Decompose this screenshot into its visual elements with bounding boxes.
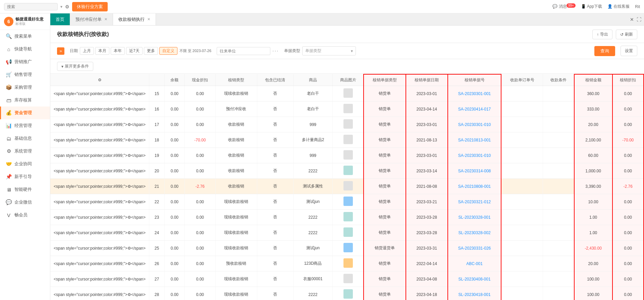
bill-no-link[interactable]: SA-20230321-012 (458, 200, 491, 204)
export-button[interactable]: ↑ 导出 (592, 30, 612, 39)
bill-no-link[interactable]: SL-20230418-001 (459, 292, 491, 297)
bill-no-link[interactable]: ABC-001 (466, 261, 483, 266)
cell-cancel_bill_no[interactable]: SA-20230331-026 (448, 241, 501, 256)
cell-cancel_bill_no[interactable]: SA-20230321-012 (448, 194, 501, 210)
bill-no-link[interactable]: SA-20210808-001 (458, 184, 491, 189)
bill-no-link[interactable]: SA-20230314-008 (458, 169, 491, 173)
refresh-button[interactable]: ↺ 刷新 (616, 30, 637, 39)
user-name[interactable]: Rit (635, 4, 640, 9)
date-range-text: 不限 至 2023-07-26 (179, 48, 211, 53)
more-date-btn[interactable]: 更多 (144, 47, 158, 55)
custom-date-btn[interactable]: 自定义 (159, 47, 177, 55)
partner-filter-group: ··· (217, 47, 279, 55)
sidebar-item-corp[interactable]: 🤝企业协同 (0, 158, 50, 170)
cell-cancel_bill_type: 销货单 (364, 256, 406, 271)
last-7days-btn[interactable]: 近7天 (126, 47, 143, 55)
cell-receipt_order (501, 101, 543, 117)
cell-cancel_bill_no[interactable]: SA-20230301-001 (448, 86, 501, 101)
sidebar-item-system[interactable]: ⚙系统管理 (0, 145, 50, 158)
expand-more-button[interactable]: ▾ 展开更多条件 (57, 62, 93, 71)
sidebar-item-guide[interactable]: 📌新手引导 (0, 170, 50, 183)
bill-no-link[interactable]: SA-20230301-001 (458, 91, 491, 96)
table-body: <span style="cursor:pointer;color:#999;"… (50, 86, 644, 300)
this-month-btn[interactable]: 本月 (95, 47, 109, 55)
sidebar-logo: 6 畅捷通通好生意 标准版 (0, 13, 50, 30)
cell-cancel_bill_no[interactable]: SL-20230418-001 (448, 287, 501, 300)
cell-cancel_bill_no[interactable]: SA-20230301-010 (448, 148, 501, 163)
cell-cancel_bill_no[interactable]: SA-20210808-001 (448, 179, 501, 194)
sidebar-item-quick[interactable]: ⌂快捷导航 (0, 43, 50, 55)
cell-cancel_amount: 60.00 (574, 148, 612, 163)
cell-included: 否 (257, 271, 293, 287)
cell-receipt_order (501, 210, 543, 225)
partner-input[interactable] (217, 47, 270, 55)
cell-cancel_bill_no[interactable]: SA-20230414-017 (448, 101, 501, 117)
cell-goods_img (332, 271, 364, 287)
cell-cancel_bill_no[interactable]: ABC-001 (448, 256, 501, 271)
table-settings-button[interactable]: 设置 (621, 46, 637, 56)
last-month-btn[interactable]: 上月 (80, 47, 94, 55)
maximize-icon[interactable]: ⛶ (637, 17, 641, 22)
cell-cancel_bill_no[interactable]: SL-20230408-001 (448, 271, 501, 287)
cell-cash_discount: -2.76 (184, 179, 215, 194)
sidebar-item-wechat[interactable]: 💬企业微信 (0, 196, 50, 209)
bill-no-link[interactable]: SA-20230331-026 (458, 246, 491, 251)
cell-cancel_bill_type: 销货单 (364, 163, 406, 179)
query-button[interactable]: 查询 (594, 46, 615, 56)
message-badge: 99+ (567, 3, 576, 8)
sidebar-item-purchase[interactable]: 📦采购管理 (0, 81, 50, 94)
cell-cancel_bill_date: 2022-04-14 (406, 256, 448, 271)
search-input[interactable] (4, 3, 58, 10)
cell-cancel_bill_no[interactable]: SA-20210813-001 (448, 132, 501, 148)
sidebar-item-finance[interactable]: 💰资金管理 (0, 106, 50, 119)
sidebar-item-basic[interactable]: 🗂基础信息 (0, 132, 50, 145)
bill-no-link[interactable]: SL-20230328-001 (459, 215, 491, 220)
industry-solution-button[interactable]: 休验行业方案 (72, 2, 108, 11)
sidebar-item-operation[interactable]: 📊经营管理 (0, 119, 50, 132)
close-tab-receipt-icon[interactable]: ✕ (147, 17, 150, 22)
settings-icon[interactable]: ⚙ (65, 4, 69, 9)
sidebar-item-hardware[interactable]: 🖥智能硬件 (0, 183, 50, 196)
cell-cancel_discount: 0.00 (612, 241, 644, 256)
app-download-link[interactable]: 📱 App下载 (581, 4, 602, 9)
bill-no-link[interactable]: SA-20230414-017 (458, 107, 491, 112)
cell-cancel_bill_type: 销货退货单 (364, 241, 406, 256)
bill-no-link[interactable]: SL-20230408-001 (459, 277, 491, 282)
cell-cancel_bill_no[interactable]: SL-20230328-001 (448, 210, 501, 225)
cell-goods: 123D商品 (293, 256, 332, 271)
this-year-btn[interactable]: 本年 (111, 47, 125, 55)
bill-no-link[interactable]: SA-20230301-010 (458, 153, 491, 158)
filter-toggle-button[interactable]: » (57, 47, 64, 55)
sidebar-item-sales[interactable]: 🛒销售管理 (0, 68, 50, 81)
bill-type-select[interactable]: 单据类型 ▾ (302, 46, 356, 55)
close-tab-prepay-icon[interactable]: ✕ (104, 17, 107, 22)
cell-receipt_condition (543, 117, 574, 132)
top-bar-left: ▾ ⚙ 休验行业方案 (4, 2, 550, 11)
online-service-link[interactable]: 👤 在线客服 (607, 4, 630, 9)
sales-icon: 🛒 (6, 72, 12, 78)
system-icon: ⚙ (6, 148, 12, 154)
table-row: <span style="cursor:pointer;color:#999;"… (50, 210, 644, 225)
messages-area[interactable]: 💬 消息 99+ (552, 4, 576, 9)
cell-cancel_bill_date: 2023-03-01 (406, 86, 448, 101)
cell-cancel_bill_no[interactable]: SA-20230314-008 (448, 163, 501, 179)
tab-receipt[interactable]: 收款核销执行✕ (113, 13, 156, 25)
sidebar-item-member[interactable]: V畅会员 (0, 209, 50, 221)
table-row: <span style="cursor:pointer;color:#999;"… (50, 101, 644, 117)
cell-cash_discount: -70.00 (184, 132, 215, 148)
cell-cancel_bill_no[interactable]: SL-20230328-002 (448, 225, 501, 241)
cell-balance: 0.00 (164, 86, 184, 101)
tab-prepay[interactable]: 预付冲应付单✕ (70, 13, 113, 25)
bill-no-link[interactable]: SA-20210813-001 (458, 138, 491, 142)
table-area[interactable]: ⚙余额现金折扣核销类型包含已结清商品商品图片核销单据类型核销单据日期核销单据号收… (50, 74, 644, 300)
sidebar-item-inventory[interactable]: 🗃库存核算 (0, 94, 50, 106)
bill-no-link[interactable]: SA-20230301-010 (458, 122, 491, 127)
sidebar-item-search[interactable]: 🔍搜索菜单 (0, 30, 50, 43)
sidebar-item-marketing[interactable]: 📢营销推广 (0, 55, 50, 68)
cell-cancel_bill_no[interactable]: SA-20230301-010 (448, 117, 501, 132)
partner-dots[interactable]: ··· (272, 48, 279, 54)
bill-no-link[interactable]: SL-20230328-002 (459, 230, 491, 235)
cell-goods: 测试jun (293, 194, 332, 210)
close-tab-icon[interactable]: ✕ (630, 17, 634, 22)
tab-home[interactable]: 首页 (50, 13, 70, 25)
